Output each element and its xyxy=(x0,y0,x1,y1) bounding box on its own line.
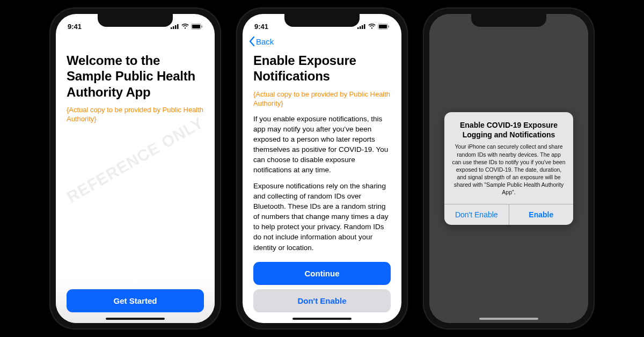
alert-message: Your iPhone can securely collect and sha… xyxy=(452,143,566,196)
svg-rect-9 xyxy=(362,25,363,29)
home-indicator[interactable] xyxy=(106,318,165,320)
page-title: Enable Exposure Notifications xyxy=(253,53,391,84)
svg-rect-8 xyxy=(360,26,361,29)
alert-enable-button[interactable]: Enable xyxy=(509,204,574,225)
placeholder-copy: {Actual copy to be provided by Public He… xyxy=(67,105,204,124)
footer: Get Started xyxy=(56,280,215,323)
status-icons xyxy=(357,24,390,30)
alert-title: Enable COVID-19 Exposure Logging and Not… xyxy=(452,121,566,140)
svg-rect-1 xyxy=(173,26,174,29)
status-time: 9:41 xyxy=(68,23,82,31)
svg-rect-0 xyxy=(171,27,172,29)
svg-rect-7 xyxy=(357,27,359,29)
body-paragraph-2: Exposure notifications rely on the shari… xyxy=(253,181,391,252)
continue-button[interactable]: Continue xyxy=(253,262,391,285)
cellular-icon xyxy=(171,24,179,29)
footer: Continue Don't Enable xyxy=(243,252,401,323)
svg-rect-10 xyxy=(364,24,365,29)
nav-bar xyxy=(56,34,215,49)
wifi-icon xyxy=(181,24,189,29)
battery-icon xyxy=(191,24,203,30)
phone-mockup-3: Enable COVID-19 Exposure Logging and Not… xyxy=(423,8,595,329)
get-started-button[interactable]: Get Started xyxy=(67,289,204,312)
notch xyxy=(471,14,546,27)
page-title: Welcome to the Sample Public Health Auth… xyxy=(67,53,204,100)
content-area: Enable Exposure Notifications {Actual co… xyxy=(243,49,401,252)
placeholder-copy: {Actual copy to be provided by Public He… xyxy=(253,90,391,108)
battery-icon xyxy=(378,24,390,30)
notch xyxy=(98,14,173,27)
svg-rect-2 xyxy=(175,25,177,29)
status-icons xyxy=(171,24,203,30)
chevron-left-icon xyxy=(249,36,255,46)
screen-welcome: 9:41 Welcome to the Sample Public Health… xyxy=(56,14,215,323)
alert-buttons: Don't Enable Enable xyxy=(444,204,573,225)
screen-enable-exposure: 9:41 Back Enable Exposure Notifications … xyxy=(243,14,401,323)
back-button[interactable]: Back xyxy=(249,36,274,46)
svg-rect-12 xyxy=(379,25,387,28)
phone-mockup-2: 9:41 Back Enable Exposure Notifications … xyxy=(236,8,408,329)
status-time: 9:41 xyxy=(254,23,268,31)
alert-dont-enable-button[interactable]: Don't Enable xyxy=(444,204,509,225)
cellular-icon xyxy=(357,24,366,29)
svg-rect-13 xyxy=(389,25,390,27)
home-indicator[interactable] xyxy=(292,318,352,320)
nav-bar: Back xyxy=(243,34,401,49)
svg-rect-5 xyxy=(192,25,200,28)
phone-mockup-1: 9:41 Welcome to the Sample Public Health… xyxy=(49,8,221,329)
wifi-icon xyxy=(368,24,376,29)
home-indicator[interactable] xyxy=(479,318,538,320)
alert-body: Enable COVID-19 Exposure Logging and Not… xyxy=(444,112,573,203)
dont-enable-button[interactable]: Don't Enable xyxy=(253,289,391,312)
svg-rect-6 xyxy=(202,25,203,27)
body-paragraph-1: If you enable exposure notifications, th… xyxy=(253,114,391,175)
system-alert: Enable COVID-19 Exposure Logging and Not… xyxy=(444,112,573,224)
back-label: Back xyxy=(256,37,274,46)
content-area: Welcome to the Sample Public Health Auth… xyxy=(56,49,215,280)
svg-rect-3 xyxy=(177,24,179,29)
alert-backdrop: Enable COVID-19 Exposure Logging and Not… xyxy=(429,14,588,323)
notch xyxy=(284,14,360,27)
screen-system-alert: Enable COVID-19 Exposure Logging and Not… xyxy=(429,14,588,323)
